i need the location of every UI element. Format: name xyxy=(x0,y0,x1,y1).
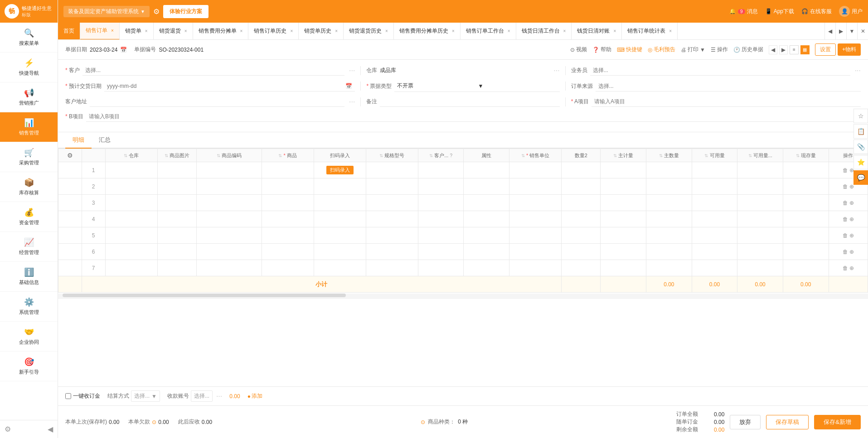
row-3-main-qty[interactable] xyxy=(646,195,692,211)
right-action-3[interactable]: 📎 xyxy=(853,140,868,154)
tab-invoice-history[interactable]: 销货单历史 × xyxy=(299,23,344,40)
row-3-stock[interactable] xyxy=(783,195,829,211)
row-6-product[interactable] xyxy=(262,244,314,260)
one-click-checkout-checkbox[interactable]: 一键收订金 xyxy=(65,392,100,400)
next-record-icon[interactable]: ▶ xyxy=(779,45,788,54)
form-view-icon[interactable]: ▦ xyxy=(800,45,810,54)
sidebar-item-guide[interactable]: 🎯 新手引导 xyxy=(0,351,58,381)
delete-icon-2[interactable]: 🗑 xyxy=(843,183,848,190)
summary-tab[interactable]: 汇总 xyxy=(92,132,118,148)
row-1-attr[interactable] xyxy=(464,162,509,178)
row-5-spec[interactable] xyxy=(366,227,418,244)
help-action[interactable]: ❓ 帮助 xyxy=(592,46,611,53)
row-1-avail[interactable] xyxy=(692,162,737,178)
row-1-warehouse[interactable] xyxy=(105,162,157,178)
row-5-code[interactable] xyxy=(196,227,262,244)
row-5-customer-code[interactable] xyxy=(418,227,464,244)
row-2-spec[interactable] xyxy=(366,178,418,195)
row-1-avail2[interactable] xyxy=(737,162,783,178)
invoice-select[interactable]: 不开票 ▼ xyxy=(394,80,559,92)
row-6-code[interactable] xyxy=(196,244,262,260)
row-4-stock[interactable] xyxy=(783,211,829,227)
copy-icon-5[interactable]: ⊕ xyxy=(849,232,854,239)
user-item[interactable]: 👤 用户 xyxy=(839,6,863,17)
tab-daily-workbench-close[interactable]: × xyxy=(563,29,566,34)
row-4-spec[interactable] xyxy=(366,211,418,227)
ops-action[interactable]: ☰ 操作 xyxy=(711,46,728,53)
history-action[interactable]: 🕐 历史单据 xyxy=(733,46,763,53)
row-4-customer-code[interactable] xyxy=(418,211,464,227)
row-6-customer-code[interactable] xyxy=(418,244,464,260)
row-5-product[interactable] xyxy=(262,227,314,244)
row-1-main-unit[interactable] xyxy=(601,162,646,178)
row-1-product[interactable] xyxy=(262,162,314,178)
right-action-1[interactable]: ☆ xyxy=(853,109,868,123)
copy-icon-7[interactable]: ⊕ xyxy=(849,265,854,271)
row-7-avail2[interactable] xyxy=(737,260,783,276)
tab-return-history[interactable]: 销货退货历史 × xyxy=(344,23,394,40)
right-action-4[interactable]: ⭐ xyxy=(853,155,868,169)
row-4-main-qty[interactable] xyxy=(646,211,692,227)
online-service-item[interactable]: 🎧 在线客服 xyxy=(801,8,832,15)
row-2-qty2[interactable] xyxy=(562,178,601,195)
delete-icon-5[interactable]: 🗑 xyxy=(843,232,848,239)
delete-icon-4[interactable]: 🗑 xyxy=(843,216,848,222)
tab-expense-history-close[interactable]: × xyxy=(452,29,455,34)
tab-home[interactable]: 首页 xyxy=(58,23,80,40)
copy-icon-4[interactable]: ⊕ xyxy=(849,216,854,222)
horizontal-scrollbar[interactable] xyxy=(58,294,868,299)
row-5-main-qty[interactable] xyxy=(646,227,692,244)
right-action-2[interactable]: 📋 xyxy=(853,124,868,139)
discard-button[interactable]: 放弃 xyxy=(730,415,761,429)
col-customer-code-header[interactable]: 客户... ? xyxy=(418,149,464,162)
row-6-warehouse[interactable] xyxy=(105,244,157,260)
row-7-stock[interactable] xyxy=(783,260,829,276)
add-payment-btn[interactable]: ● 添加 xyxy=(247,392,262,400)
tab-arrow-right[interactable]: ▶ xyxy=(835,23,846,40)
scan-btn-1[interactable]: 扫码录入 xyxy=(326,166,354,174)
tab-sales-order[interactable]: 销售订单 × xyxy=(80,23,120,40)
row-2-unit[interactable] xyxy=(509,178,562,195)
row-6-qty2[interactable] xyxy=(562,244,601,260)
list-view-icon[interactable]: ≡ xyxy=(790,45,799,54)
save-new-button[interactable]: 保存&新增 xyxy=(814,415,861,429)
tab-daily-reconcile[interactable]: 钱货日清对账 × xyxy=(572,23,622,40)
row-2-avail[interactable] xyxy=(692,178,737,195)
row-2-main-unit[interactable] xyxy=(601,178,646,195)
row-6-avail[interactable] xyxy=(692,244,737,260)
row-5-avail2[interactable] xyxy=(737,227,783,244)
col-avail2-header[interactable]: 可用量... xyxy=(737,149,783,162)
row-3-code[interactable] xyxy=(196,195,262,211)
table-settings-icon[interactable]: ⚙ xyxy=(67,152,73,159)
row-3-attr[interactable] xyxy=(464,195,509,211)
row-5-warehouse[interactable] xyxy=(105,227,157,244)
profit-action[interactable]: ◎ 毛利预告 xyxy=(648,46,675,53)
customer-input[interactable] xyxy=(82,65,344,76)
tab-order-workbench-close[interactable]: × xyxy=(508,29,510,34)
detail-tab[interactable]: 明细 xyxy=(65,132,92,149)
system-selector[interactable]: 装备及固定资产辅助管理系统 ▼ xyxy=(63,6,150,17)
app-download-item[interactable]: 📱 App下载 xyxy=(765,8,794,15)
row-7-attr[interactable] xyxy=(464,260,509,276)
shortcut-action[interactable]: ⌨ 快捷键 xyxy=(617,46,642,53)
notification-item[interactable]: 🔔 9 9 消息 xyxy=(729,8,758,15)
address-more-icon[interactable]: ··· xyxy=(349,98,355,106)
row-3-main-unit[interactable] xyxy=(601,195,646,211)
row-4-avail[interactable] xyxy=(692,211,737,227)
one-click-checkbox-input[interactable] xyxy=(65,393,71,399)
row-1-stock[interactable] xyxy=(783,162,829,178)
col-warehouse-header[interactable]: 仓库 xyxy=(105,149,157,162)
tab-sales-return-close[interactable]: × xyxy=(184,29,187,34)
row-3-product[interactable] xyxy=(262,195,314,211)
payment-select[interactable]: 选择... ▼ xyxy=(131,390,160,402)
row-3-qty2[interactable] xyxy=(562,195,601,211)
tab-order-history-close[interactable]: × xyxy=(290,29,293,34)
row-6-main-qty[interactable] xyxy=(646,244,692,260)
tab-invoice-history-close[interactable]: × xyxy=(335,29,338,34)
row-5-stock[interactable] xyxy=(783,227,829,244)
row-1-spec[interactable] xyxy=(366,162,418,178)
print-action[interactable]: 🖨 打印 ▼ xyxy=(681,46,705,53)
sidebar-item-inventory[interactable]: 📦 库存核算 xyxy=(0,172,58,202)
sidebar-item-finance[interactable]: 💰 资金管理 xyxy=(0,202,58,232)
row-7-qty2[interactable] xyxy=(562,260,601,276)
